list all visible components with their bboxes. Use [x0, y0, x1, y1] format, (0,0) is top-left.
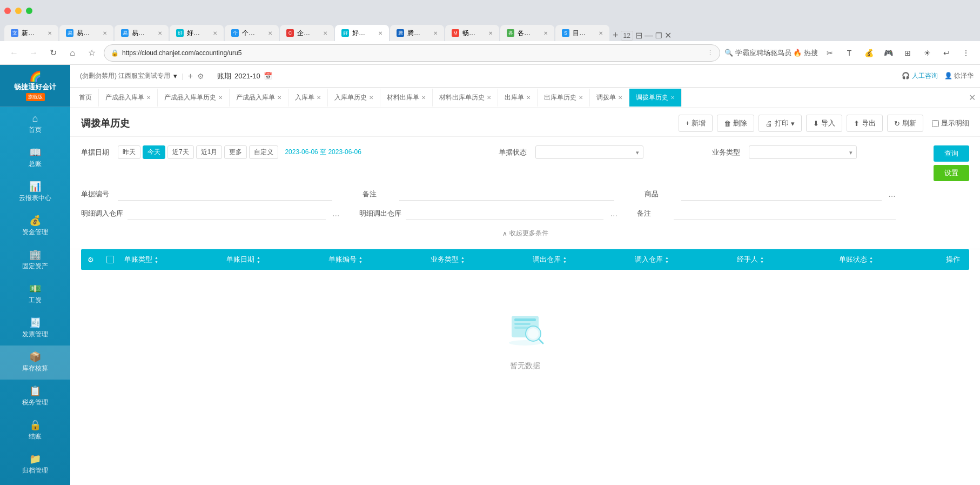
th-business[interactable]: 业务类型 ▲ ▼	[426, 255, 528, 264]
display-toggle[interactable]: 显示明细	[932, 118, 969, 128]
browser-tab-close-3[interactable]: ✕	[158, 30, 162, 36]
company-settings-btn[interactable]: ⚙	[197, 72, 204, 81]
browser-tab-close-11[interactable]: ✕	[599, 30, 603, 36]
business-select[interactable]	[749, 145, 857, 159]
sidebar-item-tax[interactable]: 📋 税务管理	[0, 380, 70, 414]
page-tab-2[interactable]: 产成品入库单历史 ✕	[158, 89, 230, 107]
date-btn-yesterday[interactable]: 昨天	[118, 145, 140, 159]
status-select[interactable]	[535, 145, 643, 159]
tab-count[interactable]: 12	[621, 31, 633, 41]
sidebar-item-closing[interactable]: 🔒 结账	[0, 414, 70, 448]
print-dropdown-icon[interactable]: ▾	[791, 119, 795, 128]
scissors-btn[interactable]: ✂	[822, 45, 837, 61]
tab-menu-btn[interactable]: ⊟	[635, 30, 642, 41]
settings-btn[interactable]: 设置	[934, 165, 969, 181]
wallet-btn[interactable]: 💰	[861, 45, 876, 61]
date-btn-today[interactable]: 今天	[143, 145, 165, 159]
page-tab-5[interactable]: 入库单历史 ✕	[328, 89, 380, 107]
browser-tab-11[interactable]: S 目… ✕	[555, 25, 609, 41]
user-btn[interactable]: 👤 徐泽华	[944, 71, 974, 81]
page-tab-4[interactable]: 入库单 ✕	[288, 89, 328, 107]
th-in-warehouse[interactable]: 调入仓库 ▲ ▼	[630, 255, 733, 264]
remark2-input[interactable]	[674, 207, 896, 220]
remark-input[interactable]	[399, 188, 614, 201]
th-type[interactable]: 单账类型 ▲ ▼	[120, 255, 222, 264]
date-btn-1month[interactable]: 近1月	[196, 145, 223, 159]
menu-btn[interactable]: ⋮	[958, 45, 974, 61]
docno-input[interactable]	[118, 188, 332, 201]
browser-tab-1[interactable]: 文 新… ✕	[4, 25, 58, 41]
close-btn[interactable]: ✕	[664, 30, 672, 41]
page-tab-10[interactable]: 调拨单 ✕	[590, 89, 629, 107]
page-tabs-close-btn[interactable]: ✕	[964, 92, 980, 103]
browser-tab-9[interactable]: M 畅… ✕	[445, 25, 499, 41]
browser-tab-3[interactable]: 易 易… ✕	[115, 25, 169, 41]
browser-tab-close-4[interactable]: ✕	[213, 30, 217, 36]
browser-tab-10[interactable]: 各 各… ✕	[500, 25, 554, 41]
goods-input[interactable]	[681, 188, 882, 201]
page-tab-home[interactable]: 首页	[72, 89, 99, 107]
th-status[interactable]: 单账状态 ▲ ▼	[835, 255, 937, 264]
refresh-btn[interactable]: ↻ 刷新	[887, 115, 923, 132]
browser-tab-5[interactable]: 个 个… ✕	[225, 25, 279, 41]
detail-in-picker-btn[interactable]: …	[332, 209, 340, 218]
sidebar-item-inventory[interactable]: 📦 库存核算	[0, 346, 70, 380]
browser-tab-close-8[interactable]: ✕	[433, 30, 438, 36]
page-tab-6[interactable]: 材料出库单 ✕	[380, 89, 433, 107]
browser-tab-close-2[interactable]: ✕	[103, 30, 107, 36]
collapse-btn[interactable]: ∧ 收起更多条件	[81, 227, 969, 240]
delete-btn[interactable]: 🗑 删除	[717, 115, 754, 132]
browser-tab-close-1[interactable]: ✕	[48, 30, 52, 36]
import-btn[interactable]: ⬇ 导入	[806, 115, 842, 132]
page-tab-1[interactable]: 产成品入库单 ✕	[99, 89, 158, 107]
page-tab-close-3[interactable]: ✕	[277, 95, 281, 101]
new-tab-btn[interactable]: +	[613, 30, 619, 41]
page-tab-close-7[interactable]: ✕	[487, 95, 491, 101]
th-date[interactable]: 单账日期 ▲ ▼	[222, 255, 324, 264]
refresh-browser-btn[interactable]: ↻	[45, 45, 61, 61]
sidebar-item-ledger[interactable]: 📖 总账	[0, 141, 70, 175]
date-btn-more[interactable]: 更多	[224, 145, 247, 159]
date-btn-7days[interactable]: 近7天	[167, 145, 194, 159]
new-btn[interactable]: + 新增	[679, 115, 713, 132]
page-tab-close-1[interactable]: ✕	[146, 95, 151, 101]
query-btn[interactable]: 查询	[934, 145, 969, 162]
page-tab-close-4[interactable]: ✕	[317, 95, 321, 101]
page-tab-9[interactable]: 出库单历史 ✕	[538, 89, 590, 107]
page-tab-close-11[interactable]: ✕	[670, 95, 675, 101]
page-tab-close-8[interactable]: ✕	[526, 95, 531, 101]
sidebar-item-archive[interactable]: 📁 归档管理	[0, 448, 70, 482]
translate-btn[interactable]: T	[842, 45, 857, 61]
browser-tab-close-10[interactable]: ✕	[543, 30, 548, 36]
th-out-warehouse[interactable]: 调出仓库 ▲ ▼	[528, 255, 630, 264]
browser-tab-6[interactable]: C 企… ✕	[280, 25, 334, 41]
service-btn[interactable]: 🎧 人工咨询	[902, 71, 937, 81]
sidebar-item-salary[interactable]: 💵 工资	[0, 277, 70, 311]
grid-btn[interactable]: ⊞	[900, 45, 915, 61]
maximize-btn[interactable]: ❐	[655, 31, 662, 40]
page-tab-3[interactable]: 产成品入库单 ✕	[230, 89, 288, 107]
browser-tab-2[interactable]: 易 易… ✕	[59, 25, 113, 41]
add-company-btn[interactable]: +	[188, 71, 193, 81]
sidebar-item-home[interactable]: ⌂ 首页	[0, 107, 70, 141]
header-checkbox[interactable]	[106, 256, 114, 263]
bookmark-btn[interactable]: ☆	[84, 45, 99, 61]
brightness-btn[interactable]: ☀	[919, 45, 935, 61]
sidebar-item-finance[interactable]: 💰 资金管理	[0, 209, 70, 243]
browser-tab-close-5[interactable]: ✕	[268, 30, 272, 36]
sidebar-item-reports[interactable]: 📊 云报表中心	[0, 175, 70, 209]
date-btn-custom[interactable]: 自定义	[249, 145, 278, 159]
goods-picker-btn[interactable]: …	[888, 190, 896, 198]
sidebar-item-settings[interactable]: ⚙ 基础设置	[0, 482, 70, 485]
browser-tab-close-6[interactable]: ✕	[323, 30, 327, 36]
th-handler[interactable]: 经手人 ▲ ▼	[733, 255, 835, 264]
print-btn[interactable]: 🖨 打印 ▾	[759, 115, 802, 132]
display-checkbox[interactable]	[932, 120, 939, 127]
page-tab-close-2[interactable]: ✕	[218, 95, 223, 101]
back-btn[interactable]: ←	[6, 45, 22, 61]
detail-in-input[interactable]	[127, 207, 326, 220]
game-btn[interactable]: 🎮	[881, 45, 896, 61]
page-tab-close-9[interactable]: ✕	[579, 95, 583, 101]
page-tab-11[interactable]: 调拨单历史 ✕	[629, 89, 682, 107]
page-tab-close-5[interactable]: ✕	[369, 95, 373, 101]
